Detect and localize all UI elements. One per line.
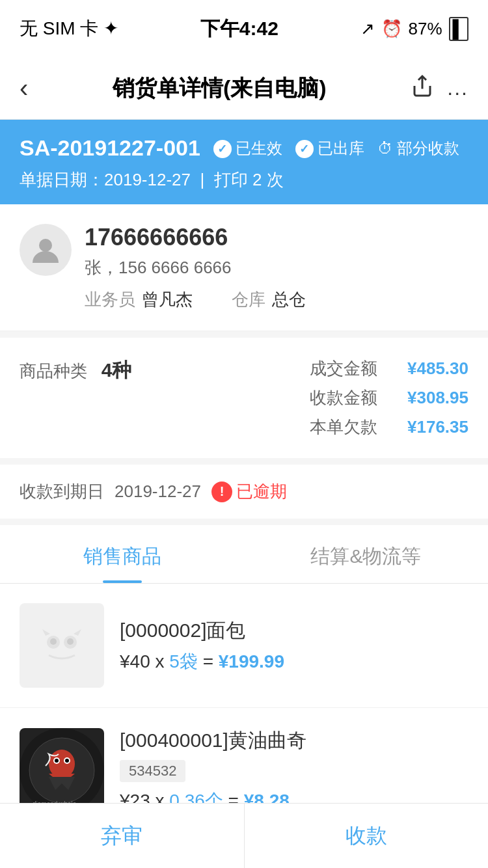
product-list: [0000002]面包 ¥40 x 5袋 = ¥199.99 — [0, 584, 488, 834]
collected-amount-label: 收款金额 — [310, 387, 377, 409]
product-total-bread: ¥199.99 — [219, 651, 284, 671]
product-types-stat: 商品种类 4种 — [20, 357, 131, 384]
customer-info: 17666666666 张，156 6666 6666 业务员 曾凡杰 仓库 总… — [85, 224, 468, 311]
alarm-icon: ⏰ — [381, 19, 402, 39]
debt-amount-value: ¥176.35 — [390, 417, 468, 437]
product-thumb-bread — [20, 603, 104, 688]
product-types-label: 商品种类 — [20, 361, 87, 381]
clock-icon — [377, 139, 393, 157]
product-info-bread: [0000002]面包 ¥40 x 5袋 = ¥199.99 — [120, 617, 468, 674]
status-left: 无 SIM 卡 ✦ — [20, 16, 118, 41]
sim-status: 无 SIM 卡 ✦ — [20, 16, 118, 41]
back-button[interactable]: ‹ — [20, 74, 28, 103]
check-icon-2 — [295, 139, 314, 158]
tab-sales-products[interactable]: 销售商品 — [0, 525, 244, 583]
overdue-badge: ! 已逾期 — [211, 480, 287, 503]
location-icon: ↗ — [360, 19, 375, 39]
trade-amount-row: 成交金额 ¥485.30 — [310, 357, 468, 380]
share-button[interactable] — [411, 74, 434, 102]
order-date: 单据日期：2019-12-27 | 打印 2 次 — [20, 169, 468, 191]
product-qty-bread: 5袋 — [169, 651, 198, 671]
product-price-bread: ¥40 x 5袋 = ¥199.99 — [120, 649, 468, 674]
page-title: 销货单详情(来自电脑) — [113, 74, 327, 103]
svg-point-3 — [50, 638, 57, 645]
battery-icon: ▌ — [449, 17, 468, 41]
overdue-label: 已逾期 — [236, 480, 287, 503]
customer-avatar — [20, 224, 72, 276]
order-id-text: SA-20191227-001 — [20, 135, 200, 161]
status-badge-active: 已生效 — [213, 138, 282, 159]
due-date-label: 收款到期日 — [20, 480, 104, 503]
status-time: 下午4:42 — [200, 16, 278, 42]
due-date-section: 收款到期日 2019-12-27 ! 已逾期 — [0, 458, 488, 519]
warehouse-label: 仓库 — [232, 288, 265, 311]
salesperson-label: 业务员 — [85, 288, 135, 311]
bottom-bar: 弃审 收款 — [0, 803, 488, 868]
product-thumb-cookie: diamond whale — [20, 728, 104, 813]
tabs: 销售商品 结算&物流等 — [0, 525, 488, 583]
debt-amount-row: 本单欠款 ¥176.35 — [310, 416, 468, 439]
status-badge-partial: 部分收款 — [377, 138, 459, 159]
product-name-bread: [0000002]面包 — [120, 617, 468, 644]
product-name-cookie: [000400001]黄油曲奇 — [120, 727, 468, 754]
check-icon — [213, 139, 232, 158]
salesperson-value: 曾凡杰 — [142, 288, 193, 311]
warehouse-meta: 仓库 总仓 — [232, 288, 306, 311]
collected-amount-row: 收款金额 ¥308.95 — [310, 387, 468, 409]
product-badge-cookie: 534532 — [120, 760, 185, 782]
overdue-icon: ! — [211, 481, 232, 502]
trade-amount-label: 成交金额 — [310, 357, 377, 380]
svg-point-11 — [65, 759, 69, 763]
collect-payment-button[interactable]: 收款 — [245, 804, 489, 868]
product-info-cookie: [000400001]黄油曲奇 534532 ¥23 x 0.36个 = ¥8.… — [120, 727, 468, 813]
battery-level: 87% — [409, 19, 442, 39]
customer-meta: 业务员 曾凡杰 仓库 总仓 — [85, 288, 468, 311]
trade-amount-value: ¥485.30 — [390, 359, 468, 379]
salesperson-meta: 业务员 曾凡杰 — [85, 288, 193, 311]
stats-section: 商品种类 4种 成交金额 ¥485.30 收款金额 ¥308.95 本单欠款 ¥… — [0, 331, 488, 458]
nav-actions: ... — [411, 74, 468, 102]
tab-settlement-logistics[interactable]: 结算&物流等 — [244, 525, 488, 583]
status-right: ↗ ⏰ 87% ▌ — [360, 17, 468, 41]
customer-section: 17666666666 张，156 6666 6666 业务员 曾凡杰 仓库 总… — [0, 204, 488, 331]
svg-point-0 — [39, 239, 52, 252]
tabs-section: 销售商品 结算&物流等 — [0, 519, 488, 584]
product-item-bread: [0000002]面包 ¥40 x 5袋 = ¥199.99 — [0, 584, 488, 708]
svg-point-4 — [67, 638, 74, 645]
customer-account-id: 17666666666 — [85, 224, 468, 251]
order-id-row: SA-20191227-001 已生效 已出库 部分收款 — [20, 135, 468, 161]
svg-point-10 — [55, 759, 59, 763]
product-types-value: 4种 — [102, 359, 132, 381]
abandon-review-button[interactable]: 弃审 — [0, 804, 245, 868]
order-banner: SA-20191227-001 已生效 已出库 部分收款 单据日期：2019-1… — [0, 120, 488, 204]
more-button[interactable]: ... — [447, 76, 468, 100]
status-badge-shipped: 已出库 — [295, 138, 364, 159]
product-unit-price-bread: ¥40 — [120, 651, 150, 671]
customer-name-phone: 张，156 6666 6666 — [85, 256, 468, 279]
debt-amount-label: 本单欠款 — [310, 416, 377, 439]
nav-bar: ‹ 销货单详情(来自电脑) ... — [0, 57, 488, 120]
status-bar: 无 SIM 卡 ✦ 下午4:42 ↗ ⏰ 87% ▌ — [0, 0, 488, 57]
due-date-value: 2019-12-27 — [115, 481, 201, 502]
warehouse-value: 总仓 — [272, 288, 306, 311]
financial-stats: 成交金额 ¥485.30 收款金额 ¥308.95 本单欠款 ¥176.35 — [310, 357, 468, 439]
collected-amount-value: ¥308.95 — [390, 388, 468, 408]
